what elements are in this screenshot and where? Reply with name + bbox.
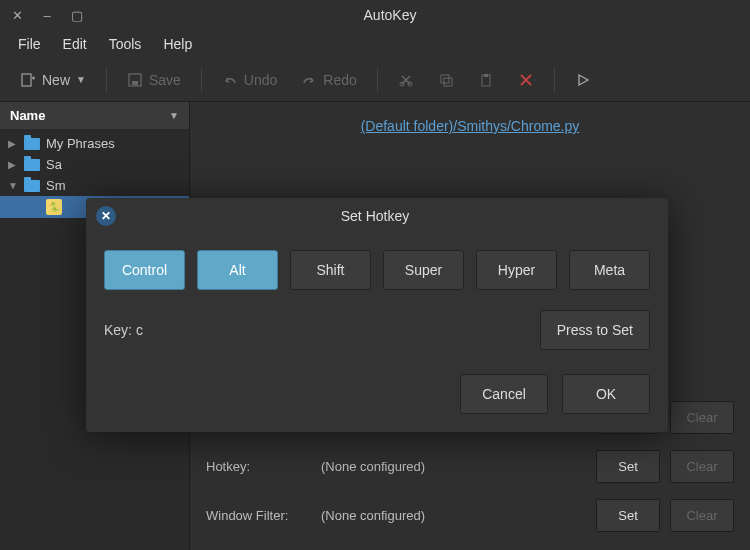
svg-rect-6 — [444, 78, 452, 86]
chevron-down-icon: ▼ — [76, 74, 86, 85]
key-label: Key: c — [104, 322, 143, 338]
cut-icon — [398, 72, 414, 88]
expand-icon[interactable]: ▶ — [8, 138, 18, 149]
delete-icon — [518, 72, 534, 88]
hotkey-set-button[interactable]: Set — [596, 450, 660, 483]
menu-file[interactable]: File — [10, 32, 49, 56]
titlebar: ✕ – ▢ AutoKey — [0, 0, 750, 30]
filter-clear-button[interactable]: Clear — [670, 499, 734, 532]
window-title: AutoKey — [98, 7, 742, 23]
redo-button[interactable]: Redo — [291, 66, 366, 94]
redo-icon — [301, 72, 317, 88]
paste-button[interactable] — [468, 66, 504, 94]
play-icon — [575, 72, 591, 88]
cancel-button[interactable]: Cancel — [460, 374, 548, 414]
prop-label: Window Filter: — [206, 508, 311, 523]
save-button[interactable]: Save — [117, 66, 191, 94]
prop-value: (None configured) — [321, 508, 586, 523]
menu-help[interactable]: Help — [155, 32, 200, 56]
key-row: Key: c Press to Set — [104, 306, 650, 374]
undo-button[interactable]: Undo — [212, 66, 287, 94]
toolbar: New ▼ Save Undo Redo — [0, 58, 750, 102]
copy-button[interactable] — [428, 66, 464, 94]
filter-set-button[interactable]: Set — [596, 499, 660, 532]
prop-value: (None configured) — [321, 459, 586, 474]
window-close-button[interactable]: ✕ — [8, 6, 26, 24]
new-button[interactable]: New ▼ — [10, 66, 96, 94]
dialog-actions: Cancel OK — [104, 374, 650, 414]
breadcrumb-link[interactable]: (Default folder)/Smithys/Chrome.py — [361, 118, 580, 134]
run-button[interactable] — [565, 66, 601, 94]
separator — [377, 68, 378, 92]
modifier-super[interactable]: Super — [383, 250, 464, 290]
folder-icon — [24, 138, 40, 150]
dialog-close-button[interactable]: ✕ — [96, 206, 116, 226]
copy-icon — [438, 72, 454, 88]
new-icon — [20, 72, 36, 88]
sidebar-header-label: Name — [10, 108, 45, 123]
chevron-down-icon: ▼ — [169, 110, 179, 121]
ok-button[interactable]: OK — [562, 374, 650, 414]
tree-item-label: Sm — [46, 178, 66, 193]
breadcrumb: (Default folder)/Smithys/Chrome.py — [206, 112, 734, 148]
modifier-shift[interactable]: Shift — [290, 250, 371, 290]
modifier-alt[interactable]: Alt — [197, 250, 278, 290]
svg-rect-8 — [484, 74, 488, 77]
menu-edit[interactable]: Edit — [55, 32, 95, 56]
prop-window-filter: Window Filter: (None configured) Set Cle… — [206, 491, 734, 540]
cut-button[interactable] — [388, 66, 424, 94]
folder-icon — [24, 159, 40, 171]
new-label: New — [42, 72, 70, 88]
save-label: Save — [149, 72, 181, 88]
svg-rect-5 — [441, 75, 449, 83]
sidebar-header[interactable]: Name ▼ — [0, 102, 189, 129]
dialog-title: Set Hotkey — [116, 208, 658, 224]
tree-item-sa[interactable]: ▶ Sa — [0, 154, 189, 175]
redo-label: Redo — [323, 72, 356, 88]
close-icon: ✕ — [101, 209, 111, 223]
tree-item-my-phrases[interactable]: ▶ My Phrases — [0, 133, 189, 154]
dialog-body: Control Alt Shift Super Hyper Meta Key: … — [86, 234, 668, 432]
separator — [201, 68, 202, 92]
tree-item-sm[interactable]: ▼ Sm — [0, 175, 189, 196]
separator — [106, 68, 107, 92]
dialog-titlebar: ✕ Set Hotkey — [86, 198, 668, 234]
expand-icon[interactable]: ▶ — [8, 159, 18, 170]
modifier-hyper[interactable]: Hyper — [476, 250, 557, 290]
paste-icon — [478, 72, 494, 88]
app-window: ✕ – ▢ AutoKey File Edit Tools Help New ▼… — [0, 0, 750, 550]
window-maximize-button[interactable]: ▢ — [68, 6, 86, 24]
separator — [554, 68, 555, 92]
delete-button[interactable] — [508, 66, 544, 94]
tree-item-label: My Phrases — [46, 136, 115, 151]
press-to-set-button[interactable]: Press to Set — [540, 310, 650, 350]
svg-rect-2 — [132, 81, 138, 85]
hotkey-clear-button[interactable]: Clear — [670, 450, 734, 483]
set-hotkey-dialog: ✕ Set Hotkey Control Alt Shift Super Hyp… — [86, 198, 668, 432]
folder-icon — [24, 180, 40, 192]
menu-tools[interactable]: Tools — [101, 32, 150, 56]
modifier-control[interactable]: Control — [104, 250, 185, 290]
tree-item-label: Sa — [46, 157, 62, 172]
abbrev-clear-button[interactable]: Clear — [670, 401, 734, 434]
menubar: File Edit Tools Help — [0, 30, 750, 58]
modifier-row: Control Alt Shift Super Hyper Meta — [104, 244, 650, 306]
window-minimize-button[interactable]: – — [38, 6, 56, 24]
collapse-icon[interactable]: ▼ — [8, 180, 18, 191]
save-icon — [127, 72, 143, 88]
prop-hotkey: Hotkey: (None configured) Set Clear — [206, 442, 734, 491]
undo-label: Undo — [244, 72, 277, 88]
prop-label: Hotkey: — [206, 459, 311, 474]
modifier-meta[interactable]: Meta — [569, 250, 650, 290]
undo-icon — [222, 72, 238, 88]
python-icon: 🐍 — [46, 199, 62, 215]
svg-rect-0 — [22, 74, 31, 86]
